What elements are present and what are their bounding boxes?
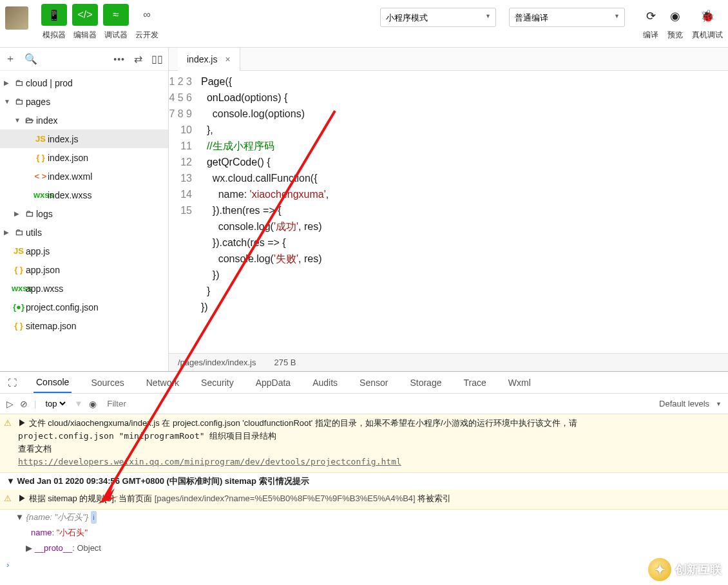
simulator-label: 模拟器 — [43, 30, 66, 41]
tab-console[interactable]: Console — [34, 372, 72, 393]
code-content: Page({ onLoad(options) { console.log(opt… — [201, 73, 728, 353]
realdevice-button[interactable]: 🐞 真机调试 — [692, 4, 723, 41]
eye-icon[interactable]: ◉ — [89, 399, 97, 409]
more-icon[interactable]: ••• — [113, 54, 125, 64]
simulator-icon: 📱 — [41, 4, 67, 26]
mode-select[interactable]: 小程序模式 — [380, 8, 496, 27]
doc-link[interactable]: https://developers.weixin.qq.com/minipro… — [18, 457, 401, 466]
tab-sensor[interactable]: Sensor — [357, 372, 390, 393]
watermark-icon: ✦ — [648, 558, 671, 581]
debugger-label: 调试器 — [104, 30, 128, 41]
view-buttons: 📱 模拟器 </> 编辑器 ≈ 调试器 ∞ 云开发 — [41, 4, 160, 41]
status-path: /pages/index/index.js — [178, 358, 256, 367]
preview-button[interactable]: ◉ 预览 — [667, 4, 683, 41]
tab-network[interactable]: Network — [144, 372, 182, 393]
editor-area: index.js × 1 2 3 4 5 6 7 8 9 10 11 12 13… — [169, 48, 728, 371]
tree-logs[interactable]: ▶🗀logs — [0, 204, 168, 223]
tab-title: index.js — [187, 54, 217, 64]
tree-index-json[interactable]: { }index.json — [0, 148, 168, 167]
top-toolbar: 📱 模拟器 </> 编辑器 ≈ 调试器 ∞ 云开发 小程序模式 普通编译 ⟳ 编… — [0, 0, 728, 48]
close-icon[interactable]: × — [225, 54, 230, 64]
add-icon[interactable]: ＋ — [5, 52, 15, 66]
cloud-icon: ∞ — [134, 4, 160, 26]
info-icon: i — [91, 511, 96, 524]
bug-icon: 🐞 — [700, 6, 714, 26]
explorer-toolbar: ＋ 🔍 ••• ⇄ ▯▯ — [0, 48, 168, 71]
clear-icon[interactable]: ⊘ — [20, 399, 28, 409]
file-tree: ▶🗀cloud | prod ▼🗀pages ▼🗁index JSindex.j… — [0, 71, 168, 371]
console-toolbar: ▷ ⊘ | top ▼ ◉ Default levels ▼ — [0, 394, 728, 414]
avatar[interactable] — [5, 6, 28, 30]
cloud-label: 云开发 — [135, 30, 158, 41]
collapse-icon[interactable]: ⇄ — [134, 53, 142, 65]
tree-app-js[interactable]: JSapp.js — [0, 242, 168, 260]
tree-project-config[interactable]: {●}project.config.json — [0, 298, 168, 316]
tab-audits[interactable]: Audits — [310, 372, 340, 393]
tab-index-js[interactable]: index.js × — [178, 48, 240, 71]
devtools-tabs: ⛶ Console Sources Network Security AppDa… — [0, 372, 728, 394]
refresh-icon: ⟳ — [646, 6, 656, 26]
watermark: ✦ 创新互联 — [648, 558, 722, 581]
tree-cloud[interactable]: ▶🗀cloud | prod — [0, 73, 168, 92]
tab-sources[interactable]: Sources — [88, 372, 126, 393]
editor-icon: </> — [72, 4, 98, 26]
tab-trace[interactable]: Trace — [461, 372, 488, 393]
tab-wxml[interactable]: Wxml — [506, 372, 533, 393]
compile-button[interactable]: ⟳ 编译 — [643, 4, 658, 41]
debugger-button[interactable]: ≈ 调试器 — [103, 4, 129, 41]
editor-tabs: index.js × — [169, 48, 728, 71]
debugger-icon: ≈ — [103, 4, 129, 26]
right-actions: ⟳ 编译 ◉ 预览 🐞 真机调试 — [643, 4, 723, 41]
context-select[interactable]: top — [43, 398, 68, 409]
console-log-line: ▼ Wed Jan 01 2020 09:34:56 GMT+0800 (中国标… — [0, 473, 728, 490]
tab-storage[interactable]: Storage — [407, 372, 444, 393]
tree-app-wxss[interactable]: wxssapp.wxss — [0, 279, 168, 298]
statusbar: /pages/index/index.js 275 B — [169, 353, 728, 371]
play-icon[interactable]: ▷ — [6, 399, 14, 409]
status-size: 275 B — [274, 358, 296, 367]
tree-sitemap[interactable]: { }sitemap.json — [0, 316, 168, 335]
simulator-button[interactable]: 📱 模拟器 — [41, 4, 67, 41]
search-icon[interactable]: 🔍 — [24, 53, 37, 65]
code-editor[interactable]: 1 2 3 4 5 6 7 8 9 10 11 12 13 14 15 Page… — [169, 71, 728, 353]
tree-index-folder[interactable]: ▼🗁index — [0, 111, 168, 129]
filter-input[interactable] — [103, 397, 653, 411]
compile-select[interactable]: 普通编译 — [509, 8, 625, 27]
levels-select[interactable]: Default levels — [659, 399, 709, 408]
editor-label: 编辑器 — [73, 30, 97, 41]
inspect-icon[interactable]: ⛶ — [8, 378, 17, 388]
tree-index-wxss[interactable]: wxssindex.wxss — [0, 186, 168, 204]
line-gutter: 1 2 3 4 5 6 7 8 9 10 11 12 13 14 15 — [169, 73, 201, 353]
eye-icon: ◉ — [670, 6, 680, 26]
tree-index-wxml[interactable]: < >index.wxml — [0, 167, 168, 186]
file-explorer: ＋ 🔍 ••• ⇄ ▯▯ ▶🗀cloud | prod ▼🗀pages ▼🗁in… — [0, 48, 169, 371]
console-output[interactable]: ▶ 文件 cloud/xiaochengxuma/index.js 在 proj… — [0, 414, 728, 585]
console-object-prop: name: "小石头" — [0, 525, 728, 541]
split-icon[interactable]: ▯▯ — [151, 53, 163, 65]
devtools-panel: ⛶ Console Sources Network Security AppDa… — [0, 371, 728, 585]
editor-button[interactable]: </> 编辑器 — [72, 4, 98, 41]
tab-security[interactable]: Security — [198, 372, 236, 393]
console-object[interactable]: ▼ {name: "小石头"}i — [0, 510, 728, 525]
tree-app-json[interactable]: { }app.json — [0, 260, 168, 279]
cloud-button[interactable]: ∞ 云开发 — [134, 4, 160, 41]
tree-index-js[interactable]: JSindex.js — [0, 129, 168, 148]
tree-utils[interactable]: ▶🗀utils — [0, 223, 168, 242]
console-object-proto[interactable]: ▶ __proto__: Object — [0, 541, 728, 556]
console-warning: ▶ 根据 sitemap 的规则[0], 当前页面 [pages/index/i… — [0, 490, 728, 510]
tab-appdata[interactable]: AppData — [253, 372, 293, 393]
tree-pages[interactable]: ▼🗀pages — [0, 92, 168, 111]
console-prompt[interactable]: › — [0, 556, 728, 574]
console-warning: ▶ 文件 cloud/xiaochengxuma/index.js 在 proj… — [0, 414, 728, 473]
